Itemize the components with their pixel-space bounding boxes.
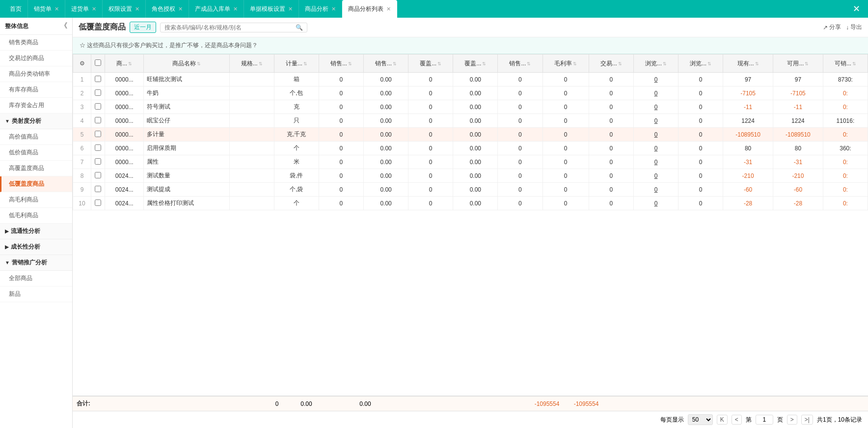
sidebar-item-high-margin[interactable]: 高毛利商品 xyxy=(0,192,72,208)
sidebar-group-marketing[interactable]: ▼ 营销推广分析 xyxy=(0,255,72,271)
sidebar-item-high-coverage[interactable]: 高覆盖度商品 xyxy=(0,161,72,176)
sidebar-item-high-value[interactable]: 高价值商品 xyxy=(0,129,72,145)
column-cover1[interactable]: 覆盖...⇅ xyxy=(408,55,453,73)
nav-item-purchase[interactable]: 进货单 ✕ xyxy=(65,0,103,18)
table-row: 40000...眠宝公仔只00.0000.0000000122412241101… xyxy=(73,114,868,128)
close-icon[interactable]: ✕ xyxy=(386,6,391,12)
column-gear[interactable]: ⚙ xyxy=(73,55,91,73)
close-icon[interactable]: ✕ xyxy=(331,6,336,12)
sidebar-item-category-rate[interactable]: 商品分类动销率 xyxy=(0,66,72,82)
close-icon[interactable]: ✕ xyxy=(178,6,183,12)
share-icon: ↗ xyxy=(823,24,828,31)
total-records-label: 共1页，10条记录 xyxy=(817,416,862,424)
per-page-label: 每页显示 xyxy=(660,416,684,424)
sidebar-group-circulation[interactable]: ▶ 流通性分析 xyxy=(0,224,72,239)
sidebar-item-low-value[interactable]: 低价值商品 xyxy=(0,145,72,161)
page-number-input[interactable] xyxy=(756,415,773,425)
close-icon[interactable]: ✕ xyxy=(54,6,59,12)
chevron-down-icon: ▼ xyxy=(5,260,10,265)
total-available: -1095554 xyxy=(567,400,606,407)
search-icon[interactable]: 🔍 xyxy=(296,24,303,31)
column-sales1[interactable]: 销售...⇅ xyxy=(319,55,363,73)
table-row: 90024...测试提成个,袋00.0000.0000000-60-600: xyxy=(73,183,868,197)
sidebar-item-inventory-goods[interactable]: 有库存商品 xyxy=(0,82,72,98)
export-button[interactable]: ↓ 导出 xyxy=(846,23,862,31)
chevron-right-icon: ▶ xyxy=(5,244,9,250)
time-filter-button[interactable]: 近一月 xyxy=(130,22,156,33)
sidebar-collapse-button[interactable]: 《 xyxy=(60,22,67,30)
next-page-button[interactable]: > xyxy=(787,415,797,425)
header-actions: ↗ 分享 ↓ 导出 xyxy=(823,23,862,31)
total-current: -1095554 xyxy=(527,400,567,407)
sidebar-item-low-margin[interactable]: 低毛利商品 xyxy=(0,208,72,224)
chevron-right-icon: ▶ xyxy=(5,228,9,234)
nav-item-home[interactable]: 首页 xyxy=(4,0,28,18)
close-all-button[interactable]: ✕ xyxy=(849,3,864,14)
column-trade[interactable]: 交易...⇅ xyxy=(589,55,633,73)
close-icon[interactable]: ✕ xyxy=(92,6,96,12)
prev-page-button[interactable]: < xyxy=(732,415,742,425)
sidebar-item-low-coverage[interactable]: 低覆盖度商品 xyxy=(0,176,72,192)
column-browse1[interactable]: 浏览...⇅ xyxy=(633,55,678,73)
total-sales1: 0 xyxy=(262,400,292,407)
column-saleable[interactable]: 可销...⇅ xyxy=(823,55,868,73)
total-sales2: 0.00 xyxy=(292,400,321,407)
column-cover2[interactable]: 覆盖...⇅ xyxy=(453,55,498,73)
top-nav: 首页 销货单 ✕ 进货单 ✕ 权限设置 ✕ 角色授权 ✕ 产成品入库单 ✕ 单据… xyxy=(0,0,868,18)
export-icon: ↓ xyxy=(846,24,849,31)
table-row: 50000...多计量克,千克00.0000.0000000-1089510-1… xyxy=(73,128,868,142)
page-label: 第 xyxy=(746,416,752,424)
close-icon[interactable]: ✕ xyxy=(288,6,293,12)
nav-item-permissions[interactable]: 权限设置 ✕ xyxy=(103,0,146,18)
sidebar-item-traded-goods[interactable]: 交易过的商品 xyxy=(0,51,72,66)
sidebar-title: 整体信息 xyxy=(5,22,28,30)
column-gross-margin[interactable]: 毛利率⇅ xyxy=(542,55,589,73)
gear-icon[interactable]: ⚙ xyxy=(76,57,88,69)
column-spec[interactable]: 规格...⇅ xyxy=(229,55,274,73)
data-table: ⚙ 商...⇅ 商品名称⇅ 规格...⇅ 计量...⇅ 销售...⇅ 销售...… xyxy=(73,54,868,210)
sidebar-group-coverage[interactable]: ▼ 类射度分析 xyxy=(0,114,72,129)
pagination-bar: 每页显示 50 10 20 100 K < 第 页 > >| 共1页，10条记录 xyxy=(73,411,868,428)
sidebar-item-inventory-funds[interactable]: 库存资金占用 xyxy=(0,98,72,114)
search-input[interactable] xyxy=(164,24,296,31)
column-unit[interactable]: 计量...⇅ xyxy=(274,55,319,73)
sidebar-item-all-goods[interactable]: 全部商品 xyxy=(0,271,72,286)
main-layout: 整体信息 《 销售类商品 交易过的商品 商品分类动销率 有库存商品 库存资金占用… xyxy=(0,18,868,428)
table-row: 20000...牛奶个,包00.0000.0000000-7105-71050: xyxy=(73,86,868,100)
nav-item-analysis[interactable]: 商品分析 ✕ xyxy=(299,0,342,18)
info-banner: ☆ 这些商品只有很少客户购买过，是推广不够，还是商品本身问题？ xyxy=(73,37,868,54)
sidebar-group-growth[interactable]: ▶ 成长性分析 xyxy=(0,239,72,255)
sidebar-header: 整体信息 《 xyxy=(0,18,72,35)
last-page-button[interactable]: >| xyxy=(801,415,813,425)
table-footer: 合计: 0 0.00 0.00 -1095554 -1095554 xyxy=(73,396,868,411)
content-area: 低覆盖度商品 近一月 🔍 ↗ 分享 ↓ 导出 ☆ 这些商品只有很少客户购买过，是… xyxy=(73,18,868,428)
share-button[interactable]: ↗ 分享 xyxy=(823,23,841,31)
table-row: 70000...属性米00.0000.0000000-31-310: xyxy=(73,155,868,169)
column-sales2[interactable]: 销售...⇅ xyxy=(364,55,408,73)
table-row: 60000...启用保质期个00.0000.00000008080360: xyxy=(73,142,868,155)
table-row: 100024...属性价格打印测试个00.0000.0000000-28-280… xyxy=(73,197,868,210)
column-browse2[interactable]: 浏览...⇅ xyxy=(678,55,723,73)
nav-item-templates[interactable]: 单据模板设置 ✕ xyxy=(244,0,299,18)
nav-item-sales[interactable]: 销货单 ✕ xyxy=(28,0,65,18)
column-sales3[interactable]: 销售...⇅ xyxy=(498,55,542,73)
column-available[interactable]: 可用...⇅ xyxy=(773,55,823,73)
close-icon[interactable]: ✕ xyxy=(233,6,238,12)
nav-item-products[interactable]: 产成品入库单 ✕ xyxy=(189,0,244,18)
per-page-select[interactable]: 50 10 20 100 xyxy=(688,414,713,425)
table-row: 10000...旺辅批次测试箱00.0000.000000097978730: xyxy=(73,73,868,86)
chevron-down-icon: ▼ xyxy=(5,118,10,124)
close-icon[interactable]: ✕ xyxy=(135,6,139,12)
column-name[interactable]: 商品名称⇅ xyxy=(144,55,229,73)
column-current[interactable]: 现有...⇅ xyxy=(723,55,773,73)
sidebar-item-sales-goods[interactable]: 销售类商品 xyxy=(0,35,72,51)
content-header: 低覆盖度商品 近一月 🔍 ↗ 分享 ↓ 导出 xyxy=(73,18,868,37)
total-cover2: 0.00 xyxy=(351,400,380,407)
nav-item-roles[interactable]: 角色授权 ✕ xyxy=(146,0,189,18)
sidebar-item-new-goods[interactable]: 新品 xyxy=(0,286,72,302)
nav-item-analysis-list[interactable]: 商品分析列表 ✕ xyxy=(342,0,397,18)
column-code[interactable]: 商...⇅ xyxy=(105,55,144,73)
first-page-button[interactable]: K xyxy=(717,415,728,425)
select-all-checkbox[interactable] xyxy=(95,59,101,66)
total-label: 合计: xyxy=(77,399,90,408)
